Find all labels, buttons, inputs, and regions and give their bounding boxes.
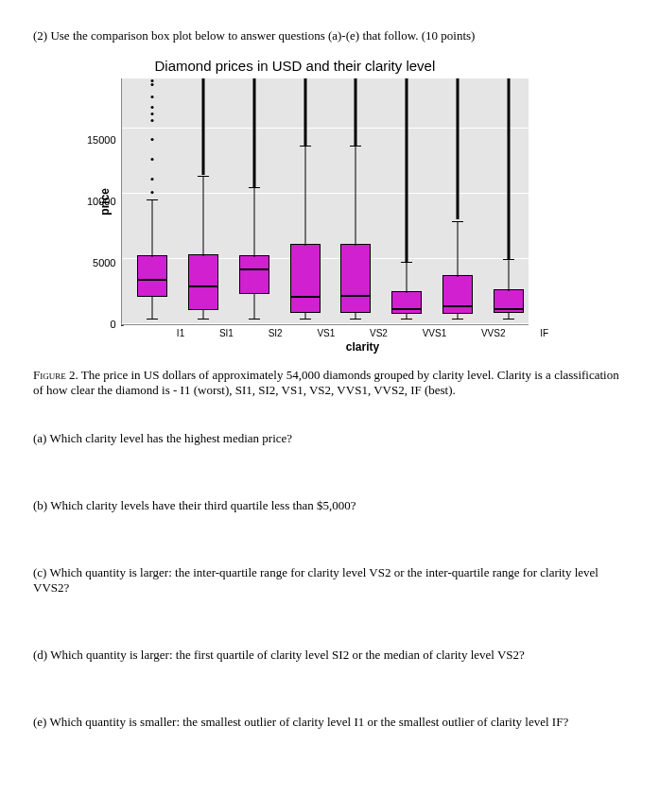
box-group-VS1 [287,78,323,324]
box-group-I1 [134,78,170,324]
plot-area [121,78,529,325]
x-axis-ticks: I1 SI1 SI2 VS1 VS2 VVS1 VVS2 IF [160,328,566,338]
boxplot-chart: Diamond prices in USD and their clarity … [98,58,562,354]
box-group-VVS2 [440,78,476,324]
figure-caption-text: The price in US dollars of approximately… [33,368,619,397]
box-group-SI2 [236,78,272,324]
box-group-IF [491,78,527,324]
box-group-VVS1 [389,78,425,324]
question-prompt: (2) Use the comparison box plot below to… [33,28,626,43]
figure-caption: Figure 2. The price in US dollars of app… [33,368,626,398]
box-group-VS2 [338,78,373,324]
chart-title: Diamond prices in USD and their clarity … [155,58,562,74]
x-axis-label: clarity [160,340,566,354]
subquestion-c: (c) Which quantity is larger: the inter-… [33,565,626,596]
subquestion-a: (a) Which clarity level has the highest … [33,431,626,446]
subquestion-e: (e) Which quantity is smaller: the small… [33,715,626,730]
subquestion-b: (b) Which clarity levels have their thir… [33,498,626,513]
subquestion-d: (d) Which quantity is larger: the first … [33,648,626,663]
figure-label: Figure 2. [33,368,78,382]
box-group-SI1 [185,78,221,324]
